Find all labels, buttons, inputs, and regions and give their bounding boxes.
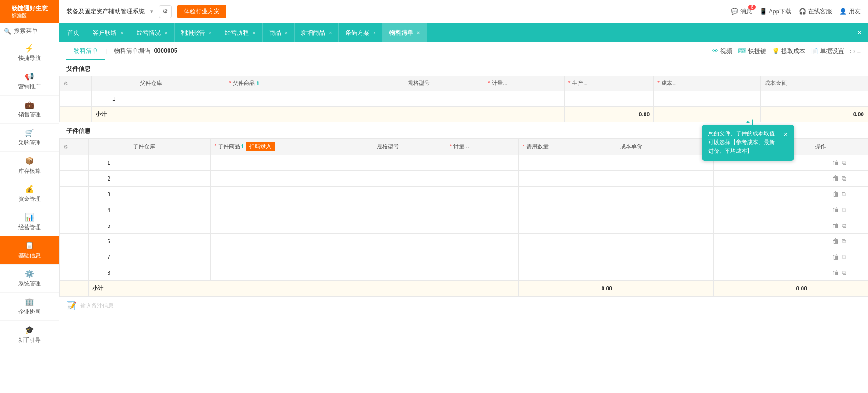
child-qty-cell[interactable]	[519, 171, 616, 187]
child-warehouse-cell[interactable]	[129, 249, 211, 265]
child-amount-cell[interactable]	[713, 171, 811, 187]
child-unit-price-cell[interactable]	[616, 155, 713, 171]
shortcut-action[interactable]: ⌨ 快捷键	[738, 47, 766, 55]
sidebar-item-inventory[interactable]: 📦 库存核算	[0, 152, 59, 180]
child-unit-price-cell[interactable]	[616, 171, 713, 187]
tab-profit-close[interactable]: ×	[209, 30, 211, 36]
parent-spec-cell[interactable]	[404, 91, 484, 107]
copy-icon[interactable]: ⧉	[842, 253, 846, 261]
experience-button[interactable]: 体验行业方案	[177, 5, 226, 18]
child-warehouse-cell[interactable]	[129, 155, 211, 171]
child-unit-cell[interactable]	[446, 187, 518, 202]
child-qty-cell[interactable]	[519, 218, 616, 234]
child-unit-cell[interactable]	[446, 218, 518, 234]
sidebar-item-system[interactable]: ⚙️ 系统管理	[0, 265, 59, 293]
child-qty-cell[interactable]	[519, 187, 616, 202]
child-qty-cell[interactable]	[519, 155, 616, 171]
delete-icon[interactable]: 🗑	[832, 190, 839, 198]
sidebar-item-finance[interactable]: 💰 资金管理	[0, 180, 59, 208]
child-unit-cell[interactable]	[446, 171, 518, 187]
app-download-button[interactable]: 📱 App下载	[760, 7, 791, 16]
tab-customer[interactable]: 客户联络 ×	[86, 23, 130, 42]
child-spec-cell[interactable]	[373, 265, 446, 281]
parent-settings-icon[interactable]: ⚙	[63, 80, 68, 87]
child-unit-price-cell[interactable]	[616, 265, 713, 281]
child-spec-cell[interactable]	[373, 171, 446, 187]
sub-tab-bom-code[interactable]: 物料清单编码 0000005	[107, 42, 185, 60]
delete-icon[interactable]: 🗑	[832, 175, 839, 182]
close-all-tabs[interactable]: ×	[853, 29, 866, 37]
note-placeholder[interactable]: 输入备注信息	[80, 302, 114, 310]
child-product-cell[interactable]	[210, 234, 373, 249]
child-warehouse-cell[interactable]	[129, 171, 211, 187]
copy-icon[interactable]: ⧉	[842, 175, 846, 182]
grid-view-icon[interactable]: ≡	[857, 48, 861, 54]
child-product-cell[interactable]	[210, 265, 373, 281]
tab-ops-close[interactable]: ×	[164, 30, 167, 36]
delete-icon[interactable]: 🗑	[832, 269, 839, 277]
tab-home[interactable]: 首页	[61, 23, 86, 42]
child-warehouse-cell[interactable]	[129, 218, 211, 234]
child-unit-price-cell[interactable]	[616, 234, 713, 249]
child-unit-cell[interactable]	[446, 202, 518, 218]
child-amount-cell[interactable]	[713, 265, 811, 281]
child-unit-cell[interactable]	[446, 265, 518, 281]
sidebar-item-basic-info[interactable]: 📋 基础信息	[0, 236, 59, 265]
copy-icon[interactable]: ⧉	[842, 159, 846, 167]
child-spec-cell[interactable]	[373, 249, 446, 265]
child-warehouse-cell[interactable]	[129, 234, 211, 249]
message-button[interactable]: 💬 6 消息	[731, 7, 752, 16]
tab-barcode[interactable]: 条码方案 ×	[339, 23, 383, 42]
child-amount-cell[interactable]	[713, 202, 811, 218]
child-spec-cell[interactable]	[373, 187, 446, 202]
child-settings-icon[interactable]: ⚙	[63, 144, 68, 150]
child-warehouse-cell[interactable]	[129, 265, 211, 281]
single-settings-action[interactable]: 📄 单据设置	[811, 47, 844, 55]
parent-amount-cell[interactable]	[761, 91, 868, 107]
copy-icon[interactable]: ⧉	[842, 222, 846, 230]
child-unit-price-cell[interactable]	[616, 187, 713, 202]
sidebar-item-marketing[interactable]: 📢 营销推广	[0, 67, 59, 96]
user-button[interactable]: 👤 用友	[839, 7, 861, 16]
parent-product-info-icon[interactable]: ℹ	[257, 80, 259, 86]
nav-next[interactable]: ›	[853, 48, 855, 54]
sidebar-item-enterprise[interactable]: 🏢 企业协同	[0, 293, 59, 321]
parent-product-cell[interactable]	[225, 91, 404, 107]
child-amount-cell[interactable]	[713, 249, 811, 265]
sidebar-item-operations[interactable]: 📊 经营管理	[0, 208, 59, 236]
sidebar-search[interactable]: 🔍 搜索菜单	[0, 23, 59, 39]
copy-icon[interactable]: ⧉	[842, 237, 846, 245]
child-qty-cell[interactable]	[519, 249, 616, 265]
extract-cost-action[interactable]: 💡 提取成本	[772, 47, 805, 55]
sub-tab-bom-list[interactable]: 物料清单	[66, 42, 105, 60]
tab-bom-close[interactable]: ×	[417, 30, 420, 36]
tab-customer-close[interactable]: ×	[121, 30, 123, 36]
tab-new-product-close[interactable]: ×	[329, 30, 332, 36]
child-spec-cell[interactable]	[373, 234, 446, 249]
child-qty-cell[interactable]	[519, 202, 616, 218]
child-product-cell[interactable]	[210, 202, 373, 218]
child-spec-cell[interactable]	[373, 155, 446, 171]
view-action[interactable]: 👁 视频	[712, 47, 732, 55]
scan-input-button[interactable]: 扫码录入	[246, 142, 275, 151]
child-warehouse-cell[interactable]	[129, 202, 211, 218]
tab-operations-status[interactable]: 经营情况 ×	[130, 23, 174, 42]
delete-icon[interactable]: 🗑	[832, 253, 839, 261]
tab-products[interactable]: 商品 ×	[263, 23, 295, 42]
child-product-cell[interactable]	[210, 187, 373, 202]
child-unit-price-cell[interactable]	[616, 249, 713, 265]
child-warehouse-cell[interactable]	[129, 187, 211, 202]
child-product-cell[interactable]	[210, 155, 373, 171]
tab-products-close[interactable]: ×	[285, 30, 288, 36]
copy-icon[interactable]: ⧉	[842, 190, 846, 198]
child-product-info-icon[interactable]: ℹ	[241, 143, 244, 150]
child-amount-cell[interactable]	[713, 234, 811, 249]
tab-history-close[interactable]: ×	[253, 30, 255, 36]
child-product-cell[interactable]	[210, 249, 373, 265]
sidebar-item-quick-nav[interactable]: ⚡ 快捷导航	[0, 39, 59, 67]
tab-bom[interactable]: 物料清单 ×	[383, 23, 427, 42]
parent-cost-cell[interactable]	[654, 91, 761, 107]
delete-icon[interactable]: 🗑	[832, 159, 839, 167]
child-product-cell[interactable]	[210, 171, 373, 187]
system-title-dropdown[interactable]: ▾	[150, 8, 153, 15]
